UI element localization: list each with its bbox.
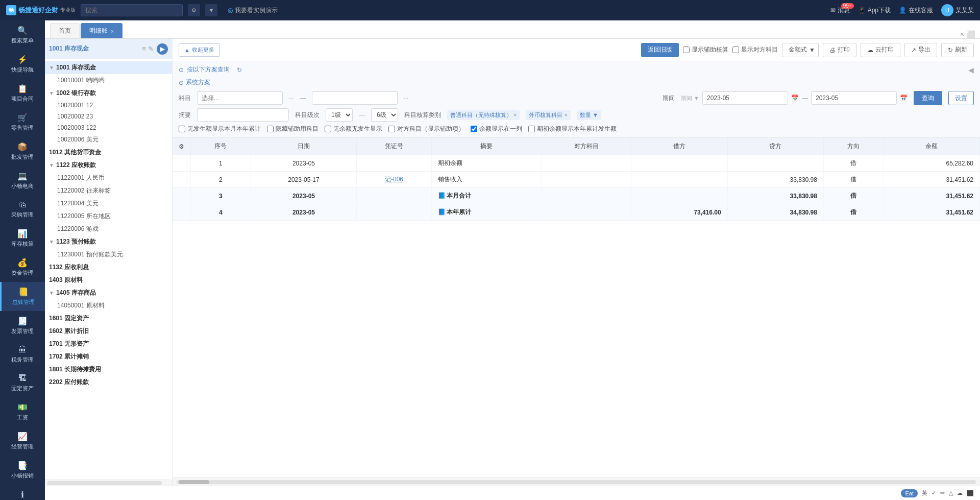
status-cloud-icon[interactable]: ☁: [957, 490, 963, 496]
tree-item-10020003[interactable]: 10020003 122: [45, 122, 172, 133]
refresh-btn[interactable]: ↻ 刷新: [941, 43, 974, 57]
sidebar-item-tax[interactable]: 🏛 税务管理: [0, 340, 45, 369]
currency-mode-btn[interactable]: 金额式 ▼: [782, 43, 819, 57]
status-warning-icon[interactable]: △: [949, 490, 953, 496]
check-no-balance-input[interactable]: [325, 126, 331, 132]
foreign-currency-tag[interactable]: 外币核算科目 ×: [526, 110, 570, 120]
show-aux-check[interactable]: 显示辅助核算: [683, 45, 728, 54]
voucher-link-2[interactable]: 记-006: [385, 176, 403, 183]
period-type-dropdown[interactable]: 期间 ▼: [681, 94, 699, 102]
sidebar-item-inventory[interactable]: 📊 库存核算: [0, 224, 45, 253]
cell-voucher-2[interactable]: 记-006: [357, 172, 432, 188]
tree-item-1132[interactable]: 1132 应收利息: [45, 261, 172, 274]
tab-detail[interactable]: 明细账 ×: [81, 23, 122, 38]
account-scroll-bar[interactable]: [45, 480, 172, 486]
tree-item-11220006[interactable]: 11220006 游戏: [45, 223, 172, 235]
print-btn[interactable]: 🖨 打印: [823, 43, 856, 57]
period-cal-icon-from[interactable]: 📅: [791, 94, 799, 102]
collapse-right-btn[interactable]: ◀: [968, 66, 974, 74]
level-to-select[interactable]: 6级: [371, 108, 398, 122]
tree-item-11220002[interactable]: 11220002 往来标签: [45, 184, 172, 197]
app-download-btn[interactable]: 📱 App下载: [858, 6, 891, 15]
back-old-btn[interactable]: 返回旧版: [641, 43, 679, 57]
summary-input[interactable]: [197, 108, 289, 122]
user-menu-btn[interactable]: U 某某某: [941, 4, 974, 16]
tree-item-1123[interactable]: ▼1123 预付账款: [45, 235, 172, 248]
subject-end-input[interactable]: [312, 91, 398, 105]
tree-item-1801[interactable]: 1801 长期待摊费用: [45, 363, 172, 376]
message-btn[interactable]: ✉ 消息 99+: [830, 6, 850, 15]
tree-edit-btn[interactable]: ✎: [148, 45, 154, 53]
sidebar-item-quick-nav[interactable]: ⚡ 快捷导航: [0, 50, 45, 79]
tree-item-2202[interactable]: 2202 应付账款: [45, 376, 172, 389]
bottom-scrollbar[interactable]: [173, 478, 980, 486]
demo-link[interactable]: ◎ 我要看实例演示: [228, 6, 278, 15]
check-no-balance[interactable]: 无余额无发生显示: [325, 125, 382, 133]
query-btn[interactable]: 查询: [914, 91, 942, 105]
sidebar-item-search-menu[interactable]: 🔍 搜索菜单: [0, 20, 45, 50]
scrollbar-track[interactable]: [177, 480, 976, 484]
sidebar-item-wholesale[interactable]: 📦 批发管理: [0, 137, 45, 166]
sidebar-item-fixed-assets[interactable]: 🏗 固定资产: [0, 369, 45, 397]
sidebar-item-payroll[interactable]: 💵 工资: [0, 397, 45, 426]
subject-type-tag[interactable]: 普通科目（无特殊核算） ×: [447, 110, 520, 120]
check-no-occur[interactable]: 无发生额显示本月本年累计: [179, 125, 261, 133]
sidebar-item-ecommerce[interactable]: 💻 小畅电商: [0, 166, 45, 195]
check-show-ytd[interactable]: 期初余额显示本年累计发生额: [528, 125, 617, 133]
tree-item-14050001[interactable]: 14050001 原材料: [45, 299, 172, 312]
show-contra-checkbox[interactable]: [732, 46, 739, 53]
sidebar-item-base-info[interactable]: ℹ 基础信息: [0, 485, 45, 500]
check-contra-hint-input[interactable]: [388, 126, 395, 132]
tree-item-1122[interactable]: ▼1122 应收账款: [45, 159, 172, 172]
tree-item-1405[interactable]: ▼1405 库存商品: [45, 287, 172, 299]
settings-btn[interactable]: ⚙: [188, 4, 200, 16]
status-eat-btn[interactable]: Eat: [901, 489, 918, 497]
account-nav-btn[interactable]: ▶: [157, 43, 168, 55]
tree-list-view-btn[interactable]: ≡: [142, 45, 146, 53]
expand-btn[interactable]: ▼: [205, 4, 217, 16]
foreign-currency-tag-close[interactable]: ×: [564, 112, 567, 118]
show-contra-check[interactable]: 显示对方科目: [732, 45, 778, 54]
cloud-print-btn[interactable]: ☁ 云打印: [861, 43, 900, 57]
col-settings[interactable]: ⚙: [173, 138, 191, 155]
tree-item-1001[interactable]: ▼1001 库存现金: [45, 61, 172, 74]
tree-item-11230001[interactable]: 11230001 预付账款美元: [45, 248, 172, 261]
scrollbar-thumb[interactable]: [179, 480, 209, 484]
tree-item-1702[interactable]: 1702 累计摊销: [45, 350, 172, 363]
sidebar-item-purchase[interactable]: 🛍 采购管理: [0, 195, 45, 224]
status-edit-icon[interactable]: ✏: [940, 490, 945, 496]
status-square-icon[interactable]: ⬛: [967, 490, 974, 496]
check-show-one-row[interactable]: 余额显示在一列: [471, 125, 522, 133]
sidebar-item-finance[interactable]: 💰 资金管理: [0, 253, 45, 282]
status-check-icon[interactable]: ✓: [932, 490, 936, 496]
check-show-ytd-input[interactable]: [528, 126, 535, 132]
global-search-input[interactable]: [81, 4, 183, 16]
sidebar-item-sales[interactable]: 📑 小畅报销: [0, 456, 45, 485]
online-service-btn[interactable]: 👤 在线客服: [899, 6, 933, 15]
tree-item-1012[interactable]: 1012 其他货币资金: [45, 146, 172, 159]
tree-item-11220004[interactable]: 11220004 美元: [45, 197, 172, 210]
quantity-tag[interactable]: 数量 ▼: [577, 110, 601, 120]
tab-close-btn[interactable]: ×: [111, 28, 114, 34]
status-lang-btn[interactable]: 英: [922, 489, 927, 497]
check-show-one-row-input[interactable]: [471, 126, 477, 132]
tab-close-all-btn[interactable]: × ⬜: [960, 30, 975, 38]
check-contra-hint[interactable]: 对方科目（显示辅助项）: [388, 125, 464, 133]
subject-type-tag-close[interactable]: ×: [513, 112, 517, 118]
tree-item-1601[interactable]: 1601 固定资产: [45, 312, 172, 325]
tree-item-10020001[interactable]: 10020001 12: [45, 100, 172, 111]
export-btn[interactable]: ↗ 导出: [904, 43, 937, 57]
system-scheme-btn[interactable]: ⊙ 系统方案: [179, 78, 210, 87]
period-cal-icon-to[interactable]: 📅: [900, 94, 908, 102]
tree-item-1002[interactable]: ▼1002 银行存款: [45, 87, 172, 100]
tree-item-1602[interactable]: 1602 累计折旧: [45, 325, 172, 338]
tree-item-11220005[interactable]: 11220005 所在地区: [45, 210, 172, 223]
check-no-occur-input[interactable]: [179, 126, 185, 132]
collapse-more-btn[interactable]: ▲ 收起更多: [179, 43, 220, 57]
period-to-input[interactable]: [811, 91, 897, 105]
check-hide-aux[interactable]: 隐藏辅助用科目: [267, 125, 318, 133]
sidebar-item-invoice[interactable]: 🧾 发票管理: [0, 311, 45, 340]
tree-item-10020006[interactable]: 10020006 美元: [45, 133, 172, 146]
tree-item-1403[interactable]: 1403 原材料: [45, 274, 172, 287]
tree-item-1701[interactable]: 1701 无形资产: [45, 338, 172, 350]
